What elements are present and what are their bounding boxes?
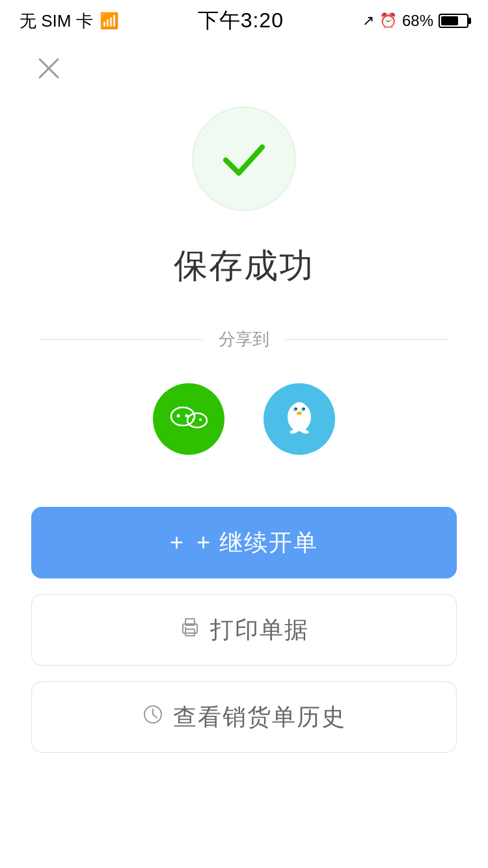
continue-label: + 继续开单 xyxy=(197,527,318,559)
svg-point-9 xyxy=(291,402,307,419)
status-bar: 无 SIM 卡 📶 下午3:20 ↗ ⏰ 68% xyxy=(0,0,488,42)
share-wechat-button[interactable] xyxy=(153,383,224,455)
battery-fill xyxy=(441,16,458,25)
history-label: 查看销货单历史 xyxy=(173,701,346,733)
svg-point-4 xyxy=(177,414,180,418)
svg-point-3 xyxy=(187,413,207,427)
action-buttons-container: + + 继续开单 打印单据 查看销货单历 xyxy=(0,507,488,753)
share-divider: 分享到 xyxy=(0,328,488,351)
printer-icon xyxy=(179,616,201,644)
svg-point-20 xyxy=(185,627,187,629)
svg-point-6 xyxy=(192,418,195,421)
wifi-icon: 📶 xyxy=(100,12,119,30)
plus-icon: + xyxy=(170,529,185,556)
status-time: 下午3:20 xyxy=(198,7,284,35)
history-button[interactable]: 查看销货单历史 xyxy=(31,681,457,753)
share-qq-button[interactable] xyxy=(264,383,335,455)
battery-icon xyxy=(439,14,468,28)
close-icon xyxy=(37,57,61,80)
battery-percent: 68% xyxy=(402,12,433,30)
qq-icon xyxy=(280,398,319,441)
checkmark-icon xyxy=(218,133,270,185)
close-button[interactable] xyxy=(33,52,65,85)
print-label: 打印单据 xyxy=(210,614,309,646)
divider-label: 分享到 xyxy=(203,328,285,351)
location-icon: ↗ xyxy=(362,12,374,29)
svg-point-2 xyxy=(171,407,195,426)
clock-icon xyxy=(142,703,164,731)
svg-point-13 xyxy=(303,408,305,410)
main-content: 保存成功 分享到 xyxy=(0,42,488,753)
divider-line-right xyxy=(285,339,449,340)
svg-point-7 xyxy=(199,418,202,421)
print-button[interactable]: 打印单据 xyxy=(31,594,457,666)
continue-button[interactable]: + + 继续开单 xyxy=(31,507,457,578)
wechat-icon xyxy=(169,402,209,436)
no-sim-text: 无 SIM 卡 xyxy=(20,10,93,33)
status-right: ↗ ⏰ 68% xyxy=(362,12,468,30)
svg-point-14 xyxy=(297,412,302,415)
alarm-icon: ⏰ xyxy=(379,12,397,29)
share-icons-container xyxy=(153,383,335,455)
svg-point-12 xyxy=(295,408,297,410)
status-left: 无 SIM 卡 📶 xyxy=(20,10,119,33)
svg-point-5 xyxy=(185,414,189,418)
success-title: 保存成功 xyxy=(174,243,314,289)
divider-line-left xyxy=(39,339,203,340)
success-circle xyxy=(192,107,296,211)
